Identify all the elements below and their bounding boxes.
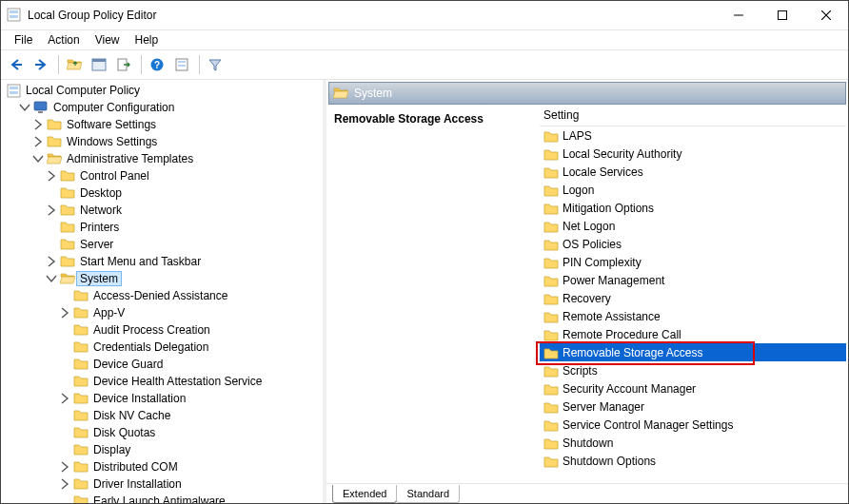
- menu-file[interactable]: File: [7, 31, 40, 48]
- tree-item[interactable]: Access-Denied Assistance: [3, 287, 323, 304]
- tree-item-windows-settings[interactable]: Windows Settings: [3, 133, 323, 150]
- chevron-right-icon[interactable]: [58, 306, 71, 320]
- tree-label: Distributed COM: [90, 460, 181, 474]
- tree-item[interactable]: Device Health Attestation Service: [3, 373, 323, 390]
- list-item[interactable]: Security Account Manager: [540, 379, 846, 397]
- tree-label: System: [77, 272, 121, 285]
- tree-item-server[interactable]: Server: [3, 236, 323, 253]
- forward-button[interactable]: [30, 53, 52, 76]
- folder-icon: [73, 494, 89, 503]
- close-button[interactable]: [804, 1, 848, 29]
- list-item-label: Security Account Manager: [563, 382, 696, 396]
- list-item[interactable]: Recovery: [540, 289, 846, 307]
- settings-list[interactable]: Setting LAPSLocal Security AuthorityLoca…: [540, 105, 846, 483]
- back-button[interactable]: [5, 53, 28, 76]
- folder-icon: [543, 184, 559, 197]
- svg-rect-5: [779, 11, 787, 20]
- minimize-button[interactable]: [717, 1, 760, 29]
- tree-item-system[interactable]: System: [3, 270, 323, 287]
- chevron-down-icon[interactable]: [31, 152, 45, 165]
- chevron-right-icon[interactable]: [45, 169, 58, 183]
- list-item-label: LAPS: [563, 129, 592, 143]
- column-header-setting[interactable]: Setting: [540, 105, 846, 126]
- tree-label: Early Launch Antimalware: [90, 494, 228, 503]
- tree-item[interactable]: Device Guard: [3, 356, 323, 373]
- chevron-right-icon[interactable]: [58, 392, 71, 405]
- menu-help[interactable]: Help: [128, 31, 167, 48]
- list-item[interactable]: OS Policies: [540, 235, 846, 253]
- list-item[interactable]: Power Management: [540, 271, 846, 289]
- window-title: Local Group Policy Editor: [28, 9, 156, 22]
- list-item[interactable]: Net Logon: [540, 217, 846, 235]
- tree-label: Administrative Templates: [64, 152, 196, 165]
- folder-icon: [73, 305, 89, 320]
- list-item[interactable]: Locale Services: [540, 163, 846, 181]
- tree-item-root[interactable]: Local Computer Policy: [3, 82, 323, 99]
- list-item[interactable]: Remote Procedure Call: [540, 325, 846, 343]
- list-item-label: Mitigation Options: [563, 202, 654, 215]
- list-item[interactable]: Removable Storage Access: [540, 343, 846, 361]
- tree-label: Driver Installation: [90, 477, 185, 491]
- folder-icon: [543, 129, 559, 143]
- tree-item-software-settings[interactable]: Software Settings: [3, 116, 323, 133]
- list-item-label: Server Manager: [563, 400, 644, 414]
- tree-label: Access-Denied Assistance: [90, 289, 230, 302]
- list-item[interactable]: Scripts: [540, 361, 846, 379]
- list-item[interactable]: Shutdown Options: [540, 452, 846, 470]
- tree-item-control-panel[interactable]: Control Panel: [3, 167, 323, 184]
- chevron-right-icon[interactable]: [45, 204, 58, 217]
- up-one-level-button[interactable]: [63, 53, 86, 76]
- show-hide-tree-button[interactable]: [88, 53, 110, 76]
- list-item[interactable]: PIN Complexity: [540, 253, 846, 271]
- tree-item[interactable]: Display: [3, 441, 323, 458]
- tree-item[interactable]: Audit Process Creation: [3, 321, 323, 339]
- tree-label: Audit Process Creation: [90, 323, 213, 337]
- list-item[interactable]: Local Security Authority: [540, 145, 846, 163]
- tree-item[interactable]: Disk NV Cache: [3, 407, 323, 424]
- chevron-down-icon[interactable]: [45, 272, 58, 285]
- tree-pane[interactable]: Local Computer Policy Computer Configura…: [1, 80, 323, 503]
- list-item-label: PIN Complexity: [563, 256, 642, 269]
- tree-item[interactable]: Credentials Delegation: [3, 339, 323, 356]
- chevron-right-icon[interactable]: [58, 477, 71, 491]
- tree-label: Desktop: [77, 186, 125, 200]
- list-item[interactable]: Logon: [540, 181, 846, 199]
- chevron-right-icon[interactable]: [31, 135, 45, 148]
- tab-standard[interactable]: Standard: [396, 485, 460, 503]
- tree-item[interactable]: Early Launch Antimalware: [3, 493, 323, 503]
- properties-button[interactable]: [170, 53, 193, 76]
- tree-item-desktop[interactable]: Desktop: [3, 184, 323, 202]
- tree-item-start-menu-taskbar[interactable]: Start Menu and Taskbar: [3, 253, 323, 270]
- tree-item[interactable]: Disk Quotas: [3, 424, 323, 441]
- filter-button[interactable]: [204, 53, 227, 76]
- tree-item[interactable]: Device Installation: [3, 390, 323, 407]
- list-item[interactable]: LAPS: [540, 126, 846, 145]
- export-list-button[interactable]: [112, 53, 135, 76]
- list-item[interactable]: Mitigation Options: [540, 199, 846, 217]
- tree-item-administrative-templates[interactable]: Administrative Templates: [3, 150, 323, 167]
- list-item[interactable]: Shutdown: [540, 434, 846, 452]
- menu-action[interactable]: Action: [40, 31, 87, 48]
- tree-item-printers[interactable]: Printers: [3, 219, 323, 236]
- list-item[interactable]: Service Control Manager Settings: [540, 416, 846, 434]
- chevron-down-icon[interactable]: [18, 101, 31, 114]
- chevron-right-icon[interactable]: [45, 255, 58, 268]
- folder-icon: [47, 151, 62, 166]
- folder-icon: [47, 117, 62, 132]
- maximize-button[interactable]: [760, 1, 804, 29]
- list-item[interactable]: Server Manager: [540, 397, 846, 416]
- tab-extended[interactable]: Extended: [332, 485, 397, 503]
- tree-item[interactable]: Distributed COM: [3, 458, 323, 475]
- chevron-right-icon[interactable]: [31, 118, 45, 131]
- folder-icon: [60, 203, 75, 218]
- tree-item-network[interactable]: Network: [3, 202, 323, 219]
- chevron-right-icon[interactable]: [58, 460, 71, 474]
- tree-item[interactable]: Driver Installation: [3, 475, 323, 493]
- folder-icon: [543, 292, 559, 305]
- policy-icon: [7, 84, 21, 98]
- list-item[interactable]: Remote Assistance: [540, 307, 846, 325]
- menu-view[interactable]: View: [88, 31, 128, 48]
- tree-item-computer-configuration[interactable]: Computer Configuration: [3, 99, 323, 116]
- tree-item[interactable]: App-V: [3, 304, 323, 321]
- help-button[interactable]: ?: [146, 53, 168, 76]
